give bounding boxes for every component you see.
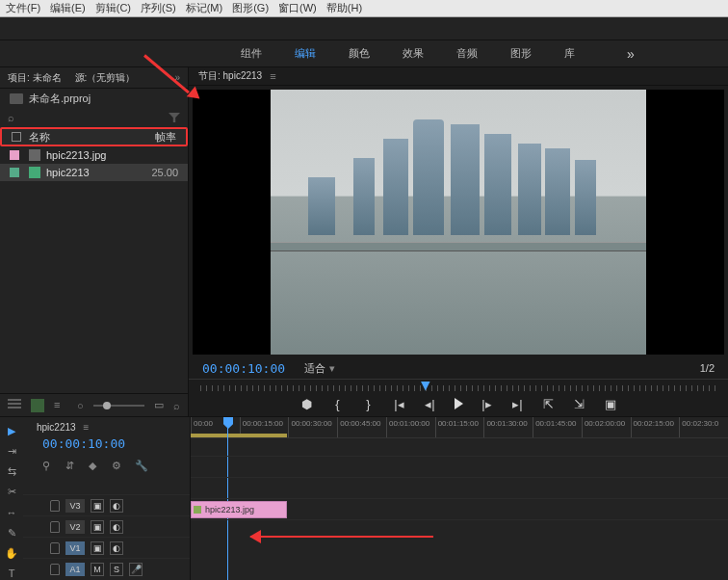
track-label[interactable]: V3 [65, 499, 85, 513]
tab-project[interactable]: 项目: 未命名 [8, 71, 62, 85]
workspace-color[interactable]: 颜色 [349, 46, 370, 61]
track-label[interactable]: A1 [65, 563, 85, 576]
timeline-timecode[interactable]: 00:00:10:00 [23, 436, 190, 456]
filter-icon[interactable] [169, 113, 180, 122]
toggle-sync-icon[interactable]: ◐ [110, 541, 123, 555]
tools-panel: ▶ ⇥ ⇆ ✂ ↔ ✎ ✋ T [0, 417, 23, 580]
hand-tool-icon[interactable]: ✋ [4, 547, 19, 560]
wrench-icon[interactable]: 🔧 [135, 460, 148, 473]
menu-file[interactable]: 文件(F) [6, 1, 40, 15]
bin-item[interactable]: hpic2213 25.00 [0, 164, 188, 181]
toggle-output-icon[interactable]: ▣ [91, 520, 104, 534]
mute-button[interactable]: M [91, 563, 104, 576]
razor-tool-icon[interactable]: ✂ [4, 486, 19, 498]
panel-more-icon[interactable]: » [174, 72, 180, 83]
solo-button[interactable]: S [110, 563, 123, 576]
tab-source[interactable]: 源:（无剪辑） [75, 71, 136, 85]
icon-view-icon[interactable] [31, 399, 44, 412]
col-name[interactable]: 名称 [29, 130, 155, 145]
type-tool-icon[interactable]: T [4, 567, 19, 580]
track-label[interactable]: V2 [65, 520, 85, 534]
workspace-effects[interactable]: 效果 [403, 46, 424, 61]
track-lane-v1[interactable]: hpic2213.jpg [191, 498, 728, 519]
selection-tool-icon[interactable]: ▶ [4, 425, 19, 437]
marker-icon[interactable]: ◆ [89, 460, 102, 473]
timeline-tab[interactable]: hpic2213 [37, 422, 76, 433]
freeform-view-icon[interactable]: ≡ [54, 399, 67, 412]
search-icon[interactable]: ⌕ [173, 400, 180, 411]
work-area-bar[interactable] [191, 434, 287, 437]
timeline-ruler[interactable]: 00:0000:00:15:00 00:00:30:0000:00:45:00 … [191, 417, 728, 438]
track-header-v2[interactable]: V2 ▣ ◐ [23, 515, 190, 537]
track-lane-a1[interactable] [191, 519, 728, 540]
marker-icon[interactable]: ⬢ [300, 397, 314, 410]
track-lane-v3[interactable] [191, 456, 728, 477]
workspace-graphics[interactable]: 图形 [510, 46, 532, 61]
settings-icon[interactable]: ⚙ [112, 460, 125, 473]
lift-icon[interactable]: ⇱ [542, 397, 556, 410]
workspace-editing[interactable]: 编辑 [295, 46, 316, 61]
lock-icon[interactable] [50, 564, 60, 575]
snap-icon[interactable]: ⚲ [42, 460, 56, 473]
toggle-sync-icon[interactable]: ◐ [110, 520, 123, 534]
ripple-tool-icon[interactable]: ⇆ [4, 465, 19, 478]
tab-program[interactable]: 节目: hpic2213 [198, 69, 262, 83]
track-lane-v2[interactable] [191, 477, 728, 498]
track-select-tool-icon[interactable]: ⇥ [4, 445, 19, 458]
pen-tool-icon[interactable]: ✎ [4, 527, 19, 540]
workspace-more-icon[interactable]: » [627, 47, 635, 61]
panel-menu-icon[interactable]: ≡ [270, 70, 275, 82]
menu-bar: 文件(F) 编辑(E) 剪辑(C) 序列(S) 标记(M) 图形(G) 窗口(W… [0, 0, 728, 17]
menu-marker[interactable]: 标记(M) [186, 1, 223, 15]
thumbnail-slider[interactable] [93, 405, 144, 407]
timeline-tracks[interactable]: 00:0000:00:15:00 00:00:30:0000:00:45:00 … [191, 417, 728, 580]
toggle-output-icon[interactable]: ▣ [91, 541, 104, 555]
lock-icon[interactable] [50, 542, 60, 554]
extract-icon[interactable]: ⇲ [573, 397, 586, 410]
play-button[interactable] [455, 398, 463, 409]
menu-edit[interactable]: 编辑(E) [50, 1, 86, 15]
export-frame-icon[interactable]: ▣ [604, 397, 617, 410]
new-bin-icon[interactable]: ▭ [154, 399, 164, 411]
menu-clip[interactable]: 剪辑(C) [95, 1, 131, 15]
resolution-dropdown[interactable]: 1/2 [700, 362, 715, 374]
menu-window[interactable]: 窗口(W) [278, 1, 317, 15]
step-back-icon[interactable]: ◂| [424, 397, 437, 410]
out-point-icon[interactable]: } [362, 397, 376, 410]
mini-ruler[interactable] [189, 379, 728, 392]
bin-item[interactable]: hpic2213.jpg [0, 146, 188, 164]
workspace-audio[interactable]: 音频 [456, 46, 478, 61]
track-header-v1[interactable]: V1 ▣ ◐ [23, 537, 190, 558]
menu-graphic[interactable]: 图形(G) [232, 1, 269, 15]
program-monitor: 节目: hpic2213 ≡ 00:00:10:00 适合 ▾ 1/2 ⬢ { … [189, 67, 728, 416]
menu-sequence[interactable]: 序列(S) [141, 1, 176, 15]
fit-dropdown[interactable]: 适合 [304, 361, 325, 376]
lock-icon[interactable] [50, 500, 60, 512]
linked-selection-icon[interactable]: ⇵ [65, 460, 79, 473]
in-point-icon[interactable]: { [331, 397, 345, 410]
track-header-a1[interactable]: A1 M S 🎤 [23, 558, 190, 579]
slip-tool-icon[interactable]: ↔ [4, 507, 19, 519]
toggle-sync-icon[interactable]: ◐ [110, 499, 123, 513]
track-header-v3[interactable]: V3 ▣ ◐ [23, 494, 190, 515]
voice-over-icon[interactable]: 🎤 [129, 563, 143, 576]
lock-icon[interactable] [50, 521, 60, 533]
clip[interactable]: hpic2213.jpg [191, 501, 287, 518]
timeline-panel: hpic2213 ≡ 00:00:10:00 ⚲ ⇵ ◆ ⚙ 🔧 V3 ▣ ◐ … [23, 417, 728, 580]
step-forward-icon[interactable]: |▸ [481, 397, 494, 410]
program-timecode[interactable]: 00:00:10:00 [202, 361, 285, 376]
track-label[interactable]: V1 [65, 541, 85, 555]
go-to-in-icon[interactable]: |◂ [393, 397, 406, 410]
panel-menu-icon[interactable]: ≡ [84, 422, 90, 433]
zoom-out-icon[interactable]: ○ [77, 400, 84, 411]
search-input[interactable] [20, 112, 169, 123]
menu-help[interactable]: 帮助(H) [326, 1, 362, 15]
go-to-out-icon[interactable]: ▸| [511, 397, 525, 410]
col-rate[interactable]: 帧率 [155, 130, 176, 145]
monitor-viewport[interactable] [193, 90, 724, 355]
checkbox[interactable] [12, 132, 21, 142]
toggle-output-icon[interactable]: ▣ [91, 499, 104, 513]
workspace-assembly[interactable]: 组件 [241, 46, 262, 61]
list-view-icon[interactable] [8, 399, 21, 412]
workspace-library[interactable]: 库 [564, 46, 575, 61]
